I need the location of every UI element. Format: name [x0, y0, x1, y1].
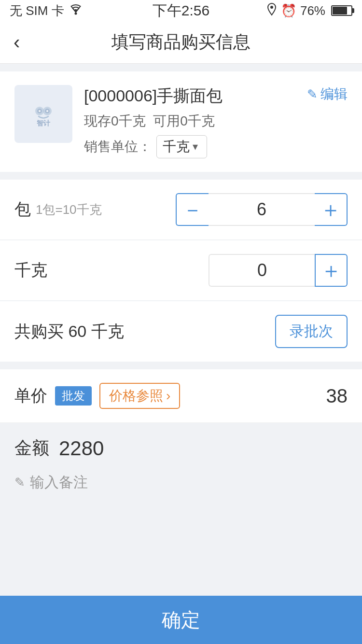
- amount-label: 金额: [14, 436, 49, 460]
- note-row[interactable]: ✎ 输入备注: [14, 468, 348, 497]
- batch-button[interactable]: 录批次: [275, 315, 348, 348]
- product-card: 智计 [0000006]手撕面包 现存0千克 可用0千克 销售单位： 千克 ✎ …: [0, 71, 362, 172]
- svg-point-6: [39, 110, 41, 112]
- note-icon: ✎: [14, 475, 25, 490]
- price-ref-label: 价格参照: [109, 387, 163, 405]
- battery-icon: [331, 5, 352, 16]
- confirm-button[interactable]: 确定: [0, 596, 362, 644]
- status-time: 下午2:56: [153, 1, 209, 21]
- battery-text: 76%: [300, 3, 325, 18]
- price-tag-badge: 批发: [55, 386, 92, 406]
- bao-plus-button[interactable]: ＋: [315, 193, 348, 226]
- bao-stepper: － ＋: [176, 193, 348, 226]
- price-ref-arrow-icon: ›: [166, 388, 170, 404]
- price-value: 38: [326, 385, 348, 407]
- bao-label: 包: [14, 198, 31, 221]
- price-row: 单价 批发 价格参照 › 38: [0, 369, 362, 423]
- kg-quantity-section: 千克 ＋: [0, 240, 362, 300]
- kg-row: 千克 ＋: [0, 240, 362, 300]
- status-left: 无 SIM 卡: [10, 2, 84, 19]
- price-section: 单价 批发 价格参照 › 38: [0, 369, 362, 423]
- svg-point-7: [46, 110, 48, 112]
- wifi-icon: [68, 3, 84, 18]
- amount-value: 2280: [59, 437, 104, 460]
- bao-hint: 1包=10千克: [36, 201, 176, 218]
- bao-input[interactable]: [209, 193, 315, 226]
- status-bar: 无 SIM 卡 下午2:56 ⏰ 76%: [0, 0, 362, 21]
- price-ref-button[interactable]: 价格参照 ›: [99, 383, 180, 409]
- kg-stepper: ＋: [209, 254, 348, 287]
- product-unit-row: 销售单位： 千克: [84, 135, 348, 158]
- bao-quantity-section: 包 1包=10千克 － ＋: [0, 180, 362, 239]
- back-button[interactable]: ‹: [14, 31, 20, 53]
- minus-icon: －: [182, 196, 203, 224]
- edit-icon: ✎: [307, 87, 318, 102]
- svg-text:智计: 智计: [36, 119, 51, 127]
- location-icon: [266, 2, 277, 19]
- product-stock: 现存0千克 可用0千克: [84, 112, 348, 130]
- confirm-label: 确定: [162, 607, 200, 633]
- amount-section: 金额 2280 ✎ 输入备注: [0, 423, 362, 507]
- nav-bar: ‹ 填写商品购买信息: [0, 21, 362, 64]
- kg-label: 千克: [14, 259, 47, 281]
- page-title: 填写商品购买信息: [111, 30, 251, 54]
- bao-minus-button[interactable]: －: [176, 193, 209, 226]
- total-label: 共购买 60 千克: [14, 321, 261, 343]
- status-right: ⏰ 76%: [266, 2, 352, 19]
- svg-point-0: [74, 12, 77, 14]
- plus-icon-kg: ＋: [320, 256, 342, 285]
- total-row: 共购买 60 千克 录批次: [0, 301, 362, 362]
- carrier-text: 无 SIM 卡: [10, 2, 64, 19]
- svg-point-1: [270, 6, 273, 9]
- amount-row: 金额 2280: [14, 436, 348, 460]
- note-placeholder: 输入备注: [30, 473, 88, 492]
- product-image: 智计: [14, 85, 72, 143]
- kg-plus-button[interactable]: ＋: [315, 254, 348, 287]
- plus-icon: ＋: [320, 196, 341, 224]
- bottom-spacer: [0, 507, 362, 565]
- edit-button[interactable]: ✎ 编辑: [307, 85, 348, 103]
- kg-input[interactable]: [209, 254, 315, 287]
- unit-select[interactable]: 千克: [156, 135, 207, 158]
- bao-row: 包 1包=10千克 － ＋: [0, 180, 362, 239]
- alarm-icon: ⏰: [281, 3, 296, 18]
- price-label: 单价: [14, 385, 47, 407]
